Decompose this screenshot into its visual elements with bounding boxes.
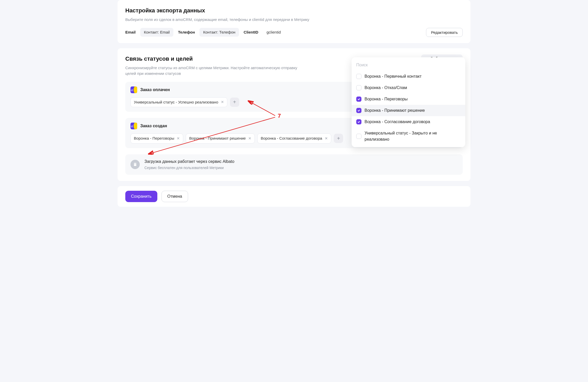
checkbox-icon bbox=[356, 85, 361, 90]
edit-export-button[interactable]: Редактировать bbox=[426, 28, 463, 37]
popover-option[interactable]: Воронка - Отказ/Спам bbox=[352, 82, 465, 93]
albato-info-title: Загрузка данных работает через сервис Al… bbox=[144, 158, 234, 165]
status-options-popover: Воронка - Первичный контакт Воронка - От… bbox=[352, 57, 465, 147]
phone-label: Телефон bbox=[178, 29, 195, 35]
checkbox-icon bbox=[356, 74, 361, 79]
chip-remove-icon[interactable]: ✕ bbox=[248, 136, 251, 141]
popover-option[interactable]: Воронка - Согласование договора bbox=[352, 116, 465, 128]
goal-title: Заказ оплачен bbox=[140, 87, 170, 93]
status-chip: Воронка - Переговоры ✕ bbox=[130, 133, 183, 144]
footer-actions: Сохранить Отмена bbox=[118, 186, 470, 207]
add-status-button[interactable]: + bbox=[230, 98, 239, 107]
popover-option-label: Воронка - Принимают решение bbox=[365, 107, 425, 114]
export-config-subtitle: Выберите поля из сделок в amoCRM, содерж… bbox=[125, 17, 463, 23]
amocrm-icon: a bbox=[130, 123, 137, 129]
checkbox-icon bbox=[356, 119, 361, 124]
popover-option[interactable]: Воронка - Первичный контакт bbox=[352, 71, 465, 82]
popover-option[interactable]: Универсальный статус - Закрыто и не реал… bbox=[352, 128, 465, 145]
status-chip: Воронка - Согласование договора ✕ bbox=[257, 133, 331, 144]
popover-option[interactable]: Воронка - Принимают решение bbox=[352, 105, 465, 116]
goal-title: Заказ создан bbox=[140, 123, 167, 129]
amocrm-icon: a bbox=[130, 86, 137, 93]
cancel-button[interactable]: Отмена bbox=[161, 191, 188, 202]
checkbox-icon bbox=[356, 134, 361, 139]
status-chip-label: Воронка - Переговоры bbox=[134, 136, 174, 141]
phone-value: Контакт: Телефон bbox=[199, 28, 239, 37]
goals-subtitle: Синхронизируйте статусы из amoCRM с целя… bbox=[125, 65, 306, 77]
chip-remove-icon[interactable]: ✕ bbox=[221, 99, 224, 105]
email-value: Контакт: Email bbox=[140, 28, 173, 37]
popover-option-label: Воронка - Переговоры bbox=[365, 96, 408, 102]
albato-icon bbox=[130, 160, 140, 169]
email-label: Email bbox=[125, 29, 136, 35]
popover-option-label: Универсальный статус - Закрыто и не реал… bbox=[365, 130, 461, 142]
popover-option-label: Воронка - Отказ/Спам bbox=[365, 85, 407, 91]
popover-option-label: Воронка - Согласование договора bbox=[365, 119, 430, 125]
clientid-label: ClientID bbox=[244, 29, 258, 35]
albato-info: Загрузка данных работает через сервис Al… bbox=[125, 154, 463, 175]
popover-option[interactable]: Воронка - Переговоры bbox=[352, 93, 465, 105]
checkbox-icon bbox=[356, 108, 361, 113]
add-status-button[interactable]: + bbox=[334, 134, 343, 143]
save-button[interactable]: Сохранить bbox=[125, 191, 157, 202]
popover-option-label: Воронка - Первичный контакт bbox=[365, 73, 422, 79]
plus-icon: + bbox=[337, 136, 340, 141]
export-config-title: Настройка экспорта данных bbox=[125, 6, 463, 15]
status-chip: Универсальный статус - Успешно реализова… bbox=[130, 97, 227, 107]
checkbox-icon bbox=[356, 97, 361, 102]
status-chip: Воронка - Принимают решение ✕ bbox=[186, 133, 255, 144]
albato-info-sub: Сервис бесплатен для пользователей Метри… bbox=[144, 165, 234, 171]
status-chip-label: Воронка - Принимают решение bbox=[189, 136, 246, 141]
clientid-value: gclientid bbox=[263, 28, 284, 37]
chip-remove-icon[interactable]: ✕ bbox=[325, 136, 328, 141]
status-chip-label: Воронка - Согласование договора bbox=[261, 136, 322, 141]
popover-search-input[interactable] bbox=[356, 63, 461, 67]
export-config-panel: Настройка экспорта данных Выберите поля … bbox=[118, 0, 470, 43]
chip-remove-icon[interactable]: ✕ bbox=[177, 136, 180, 141]
status-chip-label: Универсальный статус - Успешно реализова… bbox=[134, 99, 218, 105]
plus-icon: + bbox=[233, 99, 236, 105]
